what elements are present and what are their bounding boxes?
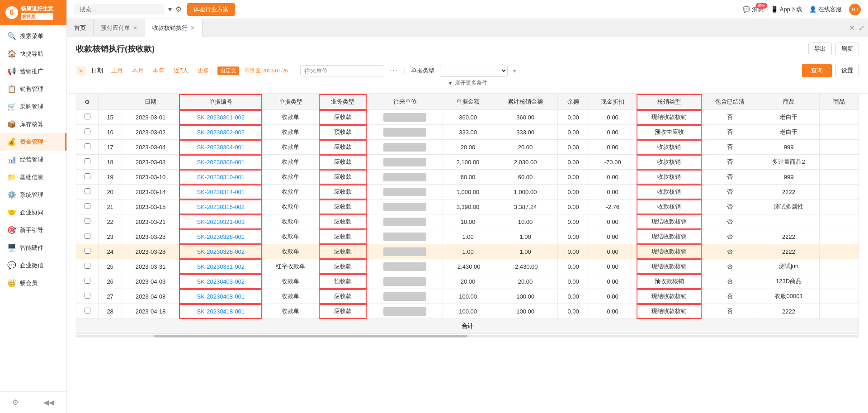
sidebar-item-nav[interactable]: 🏠快捷导航	[0, 45, 66, 62]
sidebar-item-operation[interactable]: 📊经营管理	[0, 151, 66, 168]
row-checkbox[interactable]	[85, 128, 90, 134]
date-filter-1[interactable]: 本月	[129, 66, 146, 76]
row-checkbox[interactable]	[85, 218, 90, 224]
tab-close-collection[interactable]: ✕	[190, 25, 195, 31]
query-button[interactable]: 查询	[802, 64, 832, 77]
row-check[interactable]	[76, 304, 99, 319]
tab-close-all-icon[interactable]: ✕	[849, 24, 855, 32]
row-check[interactable]	[76, 140, 99, 155]
online-service-link[interactable]: 👤 在线客服	[809, 5, 842, 14]
th-settings[interactable]: ⚙	[76, 94, 99, 110]
voucher-link[interactable]: SK-20230314-001	[197, 189, 245, 195]
date-filter-0[interactable]: 上月	[108, 66, 126, 76]
row-checkbox[interactable]	[85, 158, 90, 164]
expand-more-btn[interactable]: ▼ 展开更多条件	[76, 77, 859, 89]
date-filter-4[interactable]: 更多	[195, 66, 212, 76]
row-party: ██████	[367, 229, 443, 244]
row-checkbox[interactable]	[85, 278, 90, 284]
voucher-link[interactable]: SK-20230403-002	[197, 278, 245, 285]
sidebar-item-search[interactable]: 🔍搜索菜单	[0, 27, 66, 45]
row-checkbox[interactable]	[85, 203, 90, 209]
row-checkbox[interactable]	[85, 143, 90, 149]
voucher-link[interactable]: SK-20230315-002	[197, 204, 245, 210]
date-filter-2[interactable]: 本年	[150, 66, 167, 76]
voucher-link[interactable]: SK-20230408-001	[197, 293, 245, 300]
voucher-link[interactable]: SK-20230308-001	[197, 159, 245, 166]
voucher-link[interactable]: SK-20230328-002	[197, 248, 245, 255]
refresh-button[interactable]: 刷新	[835, 43, 859, 55]
party-dots[interactable]: ···	[390, 66, 398, 75]
filter-settings-button[interactable]: 设置	[835, 64, 859, 77]
gear-icon[interactable]: ⚙	[175, 5, 182, 14]
sidebar-item-enterprise[interactable]: 🤝企业协同	[0, 204, 66, 221]
row-check[interactable]	[76, 170, 99, 185]
row-check[interactable]	[76, 214, 99, 229]
row-checkbox[interactable]	[85, 173, 90, 179]
tab-prepay[interactable]: 预付应付单✕	[94, 19, 145, 37]
sidebar-item-purchase[interactable]: 🛒采购管理	[0, 98, 66, 115]
sidebar-item-wechat[interactable]: 💬企业微信	[0, 256, 66, 274]
row-cancel-amount: 360.00	[493, 110, 558, 125]
system-icon: ⚙️	[7, 190, 16, 199]
party-input[interactable]	[300, 65, 384, 76]
sidebar-item-hardware[interactable]: 🖥️智能硬件	[0, 239, 66, 256]
tab-home[interactable]: 首页	[67, 19, 94, 37]
app-download-link[interactable]: 📱 App下载	[771, 5, 802, 14]
row-goods: 123D商品	[758, 274, 819, 289]
sidebar-item-inventory[interactable]: 📦库存核算	[0, 115, 66, 133]
date-filter-3[interactable]: 近7天	[171, 66, 191, 76]
avatar[interactable]: Rit	[849, 4, 861, 15]
row-check[interactable]	[76, 110, 99, 125]
row-check[interactable]	[76, 199, 99, 214]
row-check[interactable]	[76, 125, 99, 140]
horizontal-scrollbar[interactable]	[76, 335, 859, 337]
settings-bottom-icon[interactable]: ⚙	[9, 395, 21, 409]
row-checkbox[interactable]	[85, 308, 90, 313]
row-check[interactable]	[76, 244, 99, 259]
sidebar-item-system[interactable]: ⚙️系统管理	[0, 186, 66, 204]
row-check[interactable]	[76, 274, 99, 289]
row-check[interactable]	[76, 289, 99, 304]
sidebar-item-basic[interactable]: 📁基础信息	[0, 168, 66, 186]
tab-close-prepay[interactable]: ✕	[133, 25, 137, 31]
th-no	[99, 94, 122, 110]
voucher-link[interactable]: SK-20230304-001	[197, 144, 245, 151]
topbar-search-input[interactable]	[74, 4, 165, 14]
export-button[interactable]: 导出	[808, 43, 832, 55]
message-icon[interactable]: 💬 消息 99+	[743, 5, 764, 14]
topbar-settings-icon[interactable]: ▾	[168, 5, 172, 14]
row-checkbox[interactable]	[85, 188, 90, 194]
row-amount: 10.00	[443, 214, 493, 229]
sidebar-item-marketing[interactable]: 📢营销推广	[0, 62, 66, 80]
voucher-link[interactable]: SK-20230331-002	[197, 263, 245, 270]
row-checkbox[interactable]	[85, 293, 90, 299]
tab-expand-icon[interactable]: ⤢	[859, 24, 864, 32]
sidebar-item-sales[interactable]: 📋销售管理	[0, 80, 66, 98]
row-checkbox[interactable]	[85, 263, 90, 269]
voucher-link[interactable]: SK-20230310-001	[197, 174, 245, 180]
sidebar-item-guide[interactable]: 🎯新手引导	[0, 221, 66, 239]
row-checkbox[interactable]	[85, 248, 90, 254]
row-check[interactable]	[76, 185, 99, 199]
tabs-bar: 首页预付应付单✕收款核销执行✕✕⤢	[67, 19, 868, 37]
filter-expand-btn[interactable]: »	[76, 66, 86, 76]
voucher-link[interactable]: SK-20230328-001	[197, 233, 245, 240]
voucher-type-select[interactable]	[440, 65, 508, 77]
tab-collection[interactable]: 收款核销执行✕	[145, 19, 203, 37]
voucher-link[interactable]: SK-20230302-002	[197, 129, 245, 136]
collapse-icon[interactable]: ◀◀	[41, 395, 57, 409]
voucher-link[interactable]: SK-20230301-002	[197, 114, 245, 121]
row-check[interactable]	[76, 259, 99, 274]
voucher-link[interactable]: SK-20230418-001	[197, 308, 245, 315]
voucher-link[interactable]: SK-20230321-003	[197, 218, 245, 225]
row-voucher-no: SK-20230308-001	[179, 155, 262, 170]
row-check[interactable]	[76, 229, 99, 244]
row-checkbox[interactable]	[85, 114, 90, 119]
row-check[interactable]	[76, 155, 99, 170]
table-area: ⚙ 日期 单据编号 单据类型 业务类型 往来单位 单据金额 累计核销金额 余额 …	[67, 94, 868, 413]
row-checkbox[interactable]	[85, 233, 90, 239]
sidebar-item-finance[interactable]: 💰资金管理	[0, 133, 66, 151]
industry-btn[interactable]: 体验行业方案	[187, 3, 235, 16]
sidebar-item-member[interactable]: 👑畅会员	[0, 274, 66, 292]
custom-date-btn[interactable]: 自定义	[217, 66, 239, 75]
